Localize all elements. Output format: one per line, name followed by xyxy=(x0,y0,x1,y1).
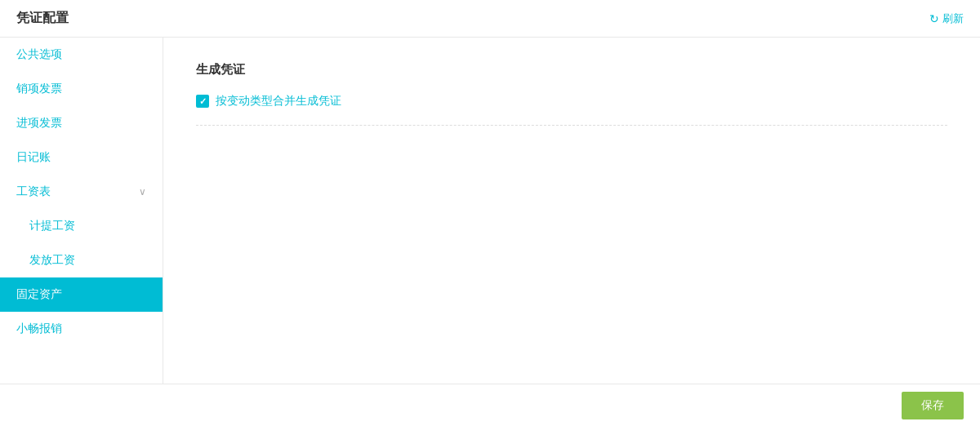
sidebar-label-public: 公共选项 xyxy=(16,47,62,62)
sidebar-label-payroll: 工资表 xyxy=(16,184,51,199)
sidebar-label-sales-invoice: 销项发票 xyxy=(16,82,62,96)
page-title: 凭证配置 xyxy=(16,10,69,27)
content-area: 生成凭证 按变动类型合并生成凭证 xyxy=(163,38,980,384)
sidebar-label-fixed-assets: 固定资产 xyxy=(16,287,62,302)
checkbox-row: 按变动类型合并生成凭证 xyxy=(196,94,947,109)
save-button[interactable]: 保存 xyxy=(902,392,964,419)
sidebar-item-purchase-invoice[interactable]: 进项发票 xyxy=(0,106,163,140)
section-divider xyxy=(196,125,947,126)
sidebar-item-public[interactable]: 公共选项 xyxy=(0,38,163,72)
sidebar-label-expense-report: 小畅报销 xyxy=(16,322,62,336)
refresh-button[interactable]: ↻ 刷新 xyxy=(929,11,964,26)
sidebar-item-pay-wages[interactable]: 发放工资 xyxy=(0,243,163,277)
sidebar: 公共选项销项发票进项发票日记账工资表∨计提工资发放工资固定资产小畅报销 xyxy=(0,38,163,384)
sidebar-label-pay-wages: 发放工资 xyxy=(29,253,75,268)
sidebar-item-sales-invoice[interactable]: 销项发票 xyxy=(0,72,163,106)
sidebar-label-journal: 日记账 xyxy=(16,150,51,165)
sidebar-item-accrued-wages[interactable]: 计提工资 xyxy=(0,209,163,243)
footer: 保存 xyxy=(0,384,980,426)
checkbox-label[interactable]: 按变动类型合并生成凭证 xyxy=(216,94,341,109)
header: 凭证配置 ↻ 刷新 xyxy=(0,0,980,38)
sidebar-label-accrued-wages: 计提工资 xyxy=(29,219,75,233)
sidebar-item-journal[interactable]: 日记账 xyxy=(0,140,163,175)
chevron-down-icon: ∨ xyxy=(139,186,146,197)
sidebar-label-purchase-invoice: 进项发票 xyxy=(16,116,62,131)
sidebar-item-payroll[interactable]: 工资表∨ xyxy=(0,175,163,209)
main-content: 公共选项销项发票进项发票日记账工资表∨计提工资发放工资固定资产小畅报销 生成凭证… xyxy=(0,38,980,384)
sidebar-item-fixed-assets[interactable]: 固定资产 xyxy=(0,277,163,312)
merge-checkbox[interactable] xyxy=(196,95,209,108)
refresh-label: 刷新 xyxy=(942,11,964,26)
sidebar-item-expense-report[interactable]: 小畅报销 xyxy=(0,312,163,346)
refresh-icon: ↻ xyxy=(929,12,939,25)
section-title: 生成凭证 xyxy=(196,62,947,78)
